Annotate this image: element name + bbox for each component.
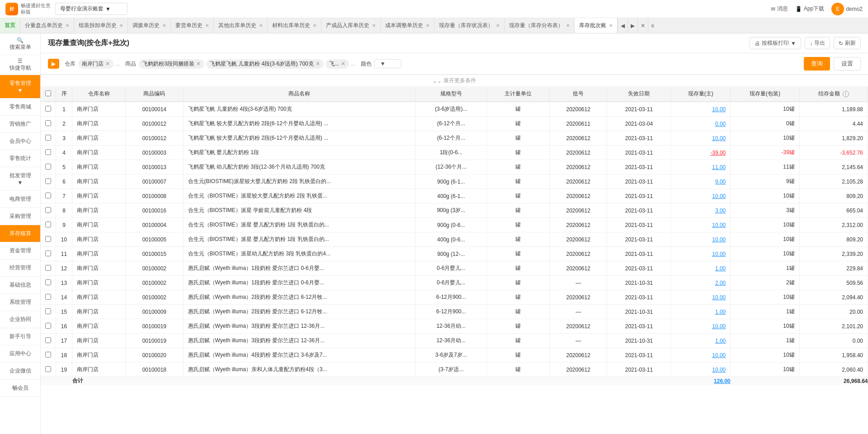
- user-avatar-area[interactable]: E demo2: [831, 3, 863, 15]
- tab-yaohuo[interactable]: 要货单历史 ✕: [171, 18, 214, 33]
- sidebar-quick-nav[interactable]: ☰ 快捷导航: [0, 55, 40, 75]
- sidebar-item-enterprise[interactable]: 企业协同: [0, 311, 40, 328]
- row-checkbox[interactable]: [45, 164, 51, 170]
- row-checkbox[interactable]: [45, 207, 51, 213]
- close-tab-fenliangpandian[interactable]: ✕: [66, 23, 69, 28]
- remove-goods-tag-1-icon[interactable]: ✕: [196, 61, 201, 67]
- qty-main-link[interactable]: 2.00: [715, 280, 726, 286]
- row-checkbox[interactable]: [45, 337, 51, 343]
- sidebar-item-marketing[interactable]: 营销推广: [0, 116, 40, 133]
- tab-next-btn[interactable]: ▶: [627, 18, 637, 33]
- qty-main-link[interactable]: 10.00: [712, 352, 726, 359]
- sidebar-item-member[interactable]: 畅会员: [0, 380, 40, 397]
- sidebar-item-purchase[interactable]: 采购管理: [0, 208, 40, 225]
- tab-kucunpicize[interactable]: 库存批次账 ✕: [575, 18, 618, 33]
- close-tab-diaobo[interactable]: ✕: [162, 23, 166, 28]
- qty-main-link[interactable]: -39.00: [710, 150, 726, 156]
- row-checkbox[interactable]: [45, 250, 51, 256]
- sidebar-item-guide[interactable]: 新手引导: [0, 328, 40, 345]
- row-checkbox[interactable]: [45, 193, 51, 198]
- close-tab-cailiaochu[interactable]: ✕: [313, 23, 316, 28]
- color-select[interactable]: ▼: [374, 59, 401, 68]
- tab-close-all-btn[interactable]: ✕: [637, 18, 648, 33]
- row-checkbox[interactable]: [45, 236, 51, 242]
- qty-main-link[interactable]: 10.00: [712, 367, 726, 373]
- app-download-btn[interactable]: 📱 App下载: [795, 5, 824, 13]
- tab-xiancunliang1[interactable]: 现存量（库存状况表） ✕: [434, 18, 505, 33]
- qty-main-link[interactable]: 10.00: [712, 106, 726, 113]
- row-checkbox[interactable]: [45, 178, 51, 184]
- qty-main-link[interactable]: 0.00: [715, 121, 726, 127]
- goods-tag-1[interactable]: 飞鹤奶粉3段同捆搭装 ✕: [139, 59, 204, 69]
- sidebar-item-member-center[interactable]: 会员中心: [0, 133, 40, 150]
- sidebar-item-operations[interactable]: 经营管理: [0, 259, 40, 277]
- sidebar-item-ecommerce[interactable]: 电商管理: [0, 191, 40, 208]
- qty-main-link[interactable]: 10.00: [712, 222, 726, 228]
- remove-warehouse-tag-icon[interactable]: ✕: [105, 61, 110, 67]
- tab-home[interactable]: 首页: [0, 18, 20, 33]
- goods-tag-3[interactable]: 飞... ✕: [326, 59, 349, 69]
- tab-qitachu[interactable]: 其他出库单历史 ✕: [214, 18, 268, 33]
- row-checkbox[interactable]: [45, 294, 51, 300]
- qty-main-link[interactable]: 1.00: [715, 265, 726, 272]
- sidebar-item-wholesale[interactable]: 批发管理 ▼: [0, 167, 40, 191]
- row-checkbox[interactable]: [45, 149, 51, 155]
- amount-info-icon[interactable]: i: [843, 91, 849, 97]
- row-checkbox[interactable]: [45, 308, 51, 314]
- row-checkbox[interactable]: [45, 106, 51, 112]
- close-tab-zuzhangchaijian[interactable]: ✕: [119, 23, 123, 28]
- qty-main-link[interactable]: 10.00: [712, 251, 726, 257]
- filter-expand-btn[interactable]: ▶: [48, 59, 59, 69]
- row-checkbox[interactable]: [45, 222, 51, 227]
- select-all-checkbox[interactable]: [45, 90, 51, 96]
- close-tab-qitachu[interactable]: ✕: [259, 23, 263, 28]
- sidebar-item-system[interactable]: 系统管理: [0, 294, 40, 311]
- sidebar-item-retail-shop[interactable]: 零售商城: [0, 99, 40, 116]
- close-tab-chengtiaozhendan[interactable]: ✕: [426, 23, 429, 28]
- tab-xiancunliang2[interactable]: 现存量（库存分布表） ✕: [505, 18, 575, 33]
- tab-zuzhangchaijian[interactable]: 组装拆卸单历史 ✕: [74, 18, 128, 33]
- message-btn[interactable]: ✉ 消息: [771, 5, 788, 13]
- export-btn[interactable]: ↓ 导出: [805, 37, 830, 49]
- search-query-btn[interactable]: 查询: [804, 57, 830, 71]
- close-tab-xiancunliang2[interactable]: ✕: [566, 23, 570, 28]
- close-tab-chanchengpin[interactable]: ✕: [372, 23, 376, 28]
- row-checkbox[interactable]: [45, 120, 51, 126]
- qty-main-link[interactable]: 10.00: [712, 135, 726, 142]
- close-tab-kucunpicize[interactable]: ✕: [609, 23, 613, 28]
- qty-main-link[interactable]: 11.00: [712, 164, 726, 170]
- sidebar-item-retail-stats[interactable]: 零售统计: [0, 150, 40, 167]
- tab-menu-btn[interactable]: ≡: [648, 18, 657, 33]
- sidebar-item-finance[interactable]: 资金管理: [0, 242, 40, 259]
- warehouse-tag-nananmendian[interactable]: 南岸门店 ✕: [78, 59, 113, 69]
- refresh-btn[interactable]: ↻ 刷新: [834, 37, 861, 49]
- sidebar-item-basic-info[interactable]: 基础信息: [0, 277, 40, 294]
- qty-main-link[interactable]: 10.00: [712, 323, 726, 330]
- expand-conditions-bar[interactable]: ⌄⌄ 展开更多条件: [41, 75, 868, 86]
- sidebar-item-retail-mgmt[interactable]: 零售管理 ▼: [0, 75, 40, 99]
- tab-chengtiaozhendan[interactable]: 成本调整单历史 ✕: [381, 18, 434, 33]
- qty-main-link[interactable]: 1.00: [715, 309, 726, 315]
- goods-tag-2[interactable]: 飞鹤星飞帆 儿童奶粉 4段(3-6岁适用) 700克 ✕: [206, 59, 324, 69]
- row-checkbox[interactable]: [45, 265, 51, 271]
- qty-main-link[interactable]: 3.00: [715, 208, 726, 214]
- sidebar-search[interactable]: 🔍 搜索菜单: [0, 33, 40, 55]
- tab-chanchengpin[interactable]: 产成品入库单历史 ✕: [321, 18, 381, 33]
- close-tab-xiancunliang1[interactable]: ✕: [496, 23, 500, 28]
- remove-goods-tag-2-icon[interactable]: ✕: [316, 61, 320, 67]
- tab-cailiaochu[interactable]: 材料出库单历史 ✕: [268, 18, 321, 33]
- sidebar-item-wechat[interactable]: 企业微信: [0, 363, 40, 380]
- remove-goods-tag-3-icon[interactable]: ✕: [341, 61, 345, 67]
- sidebar-item-inventory[interactable]: 库存核算: [0, 225, 40, 242]
- close-tab-yaohuo[interactable]: ✕: [205, 23, 209, 28]
- qty-main-link[interactable]: 10.00: [712, 193, 726, 199]
- row-checkbox[interactable]: [45, 352, 51, 358]
- print-btn[interactable]: 🖨 按模板打印 ▼: [750, 37, 801, 49]
- sidebar-item-app-center[interactable]: 应用中心: [0, 345, 40, 363]
- warehouse-more-btn[interactable]: ...: [115, 61, 120, 67]
- tab-diaobo[interactable]: 调拨单历史 ✕: [128, 18, 171, 33]
- qty-main-link[interactable]: 10.00: [712, 236, 726, 243]
- filter-settings-btn[interactable]: 设置: [834, 57, 861, 71]
- row-checkbox[interactable]: [45, 323, 51, 329]
- qty-main-link[interactable]: 9.00: [715, 179, 726, 185]
